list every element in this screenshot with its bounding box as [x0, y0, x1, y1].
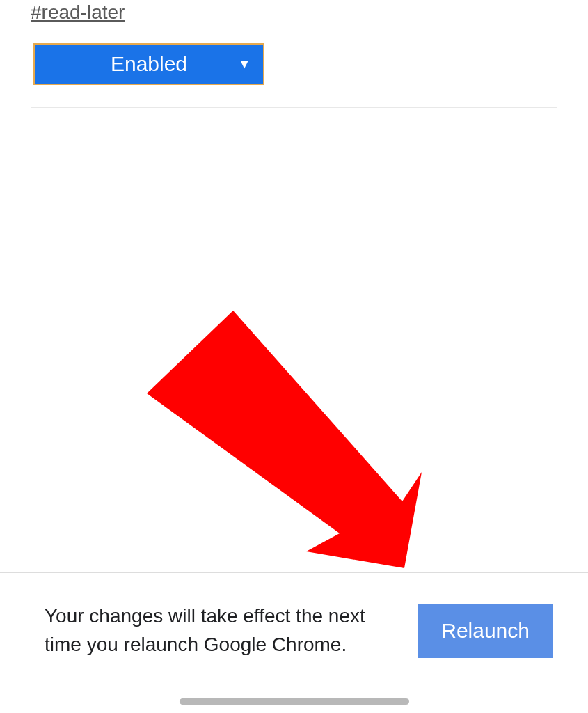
flag-anchor-link[interactable]: #read-later	[31, 1, 125, 24]
flag-state-dropdown[interactable]: Enabled ▼	[33, 43, 264, 85]
chevron-down-icon: ▼	[238, 57, 251, 72]
relaunch-button[interactable]: Relaunch	[418, 604, 553, 658]
home-indicator	[180, 698, 409, 705]
arrow-annotation-icon	[145, 311, 423, 571]
restart-notice-text: Your changes will take effect the next t…	[45, 602, 379, 659]
svg-marker-0	[147, 311, 422, 568]
section-divider	[31, 107, 557, 108]
dropdown-selected-label: Enabled	[111, 52, 187, 76]
restart-notice-bar: Your changes will take effect the next t…	[0, 572, 588, 689]
